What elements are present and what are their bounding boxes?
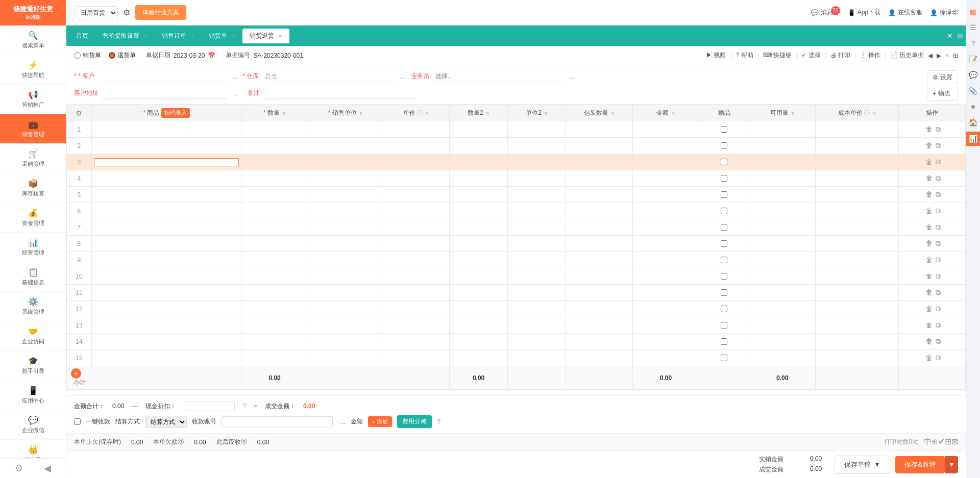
- row-pack-qty[interactable]: [566, 334, 632, 350]
- row-gift[interactable]: [699, 121, 749, 138]
- sidebar-item-shortcut[interactable]: ⚡快捷导航: [0, 55, 66, 85]
- right-panel-attach-icon[interactable]: 📎: [967, 84, 979, 97]
- sort-qty-icon[interactable]: ⇅: [282, 111, 286, 116]
- scan-btn[interactable]: 扫码录入: [161, 108, 190, 118]
- row-quantity[interactable]: [241, 350, 308, 366]
- row-product[interactable]: [91, 334, 241, 350]
- logistics-btn[interactable]: + 物流: [927, 87, 958, 100]
- payment-method-select[interactable]: 结算方式: [145, 416, 187, 428]
- row-price[interactable]: [383, 334, 449, 350]
- copy-row-btn[interactable]: ⧉: [936, 321, 941, 329]
- row-unit2[interactable]: [508, 317, 566, 334]
- delete-row-btn[interactable]: 🗑: [925, 354, 933, 362]
- row-price[interactable]: [383, 121, 449, 138]
- row-quantity[interactable]: [241, 317, 308, 334]
- customer-input[interactable]: [97, 70, 227, 82]
- gear-icon[interactable]: ⚙: [76, 109, 82, 117]
- fee-distribution-btn[interactable]: 费用分摊: [397, 415, 432, 428]
- row-cost-price[interactable]: [816, 219, 899, 236]
- row-available[interactable]: [749, 252, 815, 268]
- customer-dots[interactable]: ...: [232, 73, 237, 80]
- delete-row-btn[interactable]: 🗑: [925, 305, 933, 313]
- sort-unit-icon[interactable]: ⇅: [359, 111, 363, 116]
- row-price[interactable]: [383, 252, 449, 268]
- delete-row-btn[interactable]: 🗑: [925, 125, 933, 133]
- sidebar-item-enterprise[interactable]: 🤝企业协同: [0, 321, 66, 351]
- row-available[interactable]: [749, 203, 815, 219]
- row-cost-price[interactable]: [816, 285, 899, 301]
- row-gift[interactable]: [699, 252, 749, 268]
- row-gift[interactable]: [699, 203, 749, 219]
- row-price[interactable]: [383, 138, 449, 154]
- row-pack-qty[interactable]: [566, 219, 632, 236]
- row-quantity[interactable]: [241, 154, 308, 170]
- copy-row-btn[interactable]: ⧉: [936, 223, 941, 231]
- row-gift[interactable]: [699, 154, 749, 170]
- save-new-chevron[interactable]: ▼: [945, 456, 958, 473]
- row-unit[interactable]: [308, 203, 383, 219]
- sidebar-item-operations[interactable]: 📊经营管理: [0, 233, 66, 262]
- discount-input[interactable]: [184, 401, 235, 411]
- row-pack-qty[interactable]: [566, 285, 632, 301]
- row-quantity[interactable]: [241, 268, 308, 285]
- row-available[interactable]: [749, 301, 815, 317]
- row-amount[interactable]: [632, 138, 699, 154]
- draft-chevron-icon[interactable]: ▼: [874, 461, 880, 468]
- copy-row-btn[interactable]: ⧉: [936, 239, 941, 247]
- row-amount[interactable]: [632, 187, 699, 203]
- prev-icon[interactable]: ◀: [928, 52, 933, 59]
- gift-checkbox[interactable]: [721, 142, 727, 149]
- sidebar-item-system[interactable]: ⚙️系统管理: [0, 292, 66, 321]
- row-pack-qty[interactable]: [566, 301, 632, 317]
- row-unit[interactable]: [308, 317, 383, 334]
- row-available[interactable]: [749, 170, 815, 187]
- row-product[interactable]: [91, 236, 241, 252]
- gift-checkbox[interactable]: [721, 208, 727, 214]
- row-cost-price[interactable]: [816, 170, 899, 187]
- right-panel-note-icon[interactable]: 📝: [967, 53, 979, 66]
- row-pack-qty[interactable]: [566, 121, 632, 138]
- grid-view-icon[interactable]: ⊞: [953, 52, 958, 59]
- save-draft-btn[interactable]: 保存草稿 ▼: [835, 456, 890, 474]
- row-quantity[interactable]: [241, 219, 308, 236]
- row-qty2[interactable]: [450, 334, 508, 350]
- print-btn[interactable]: 🖨 打印: [830, 51, 850, 60]
- row-quantity[interactable]: [241, 285, 308, 301]
- product-input[interactable]: [94, 158, 239, 166]
- restore-icon[interactable]: ⊞: [957, 32, 963, 40]
- price-info-icon[interactable]: ⓘ: [417, 110, 423, 116]
- row-available[interactable]: [749, 121, 815, 138]
- row-quantity[interactable]: [241, 170, 308, 187]
- delete-row-btn[interactable]: 🗑: [925, 337, 933, 345]
- row-pack-qty[interactable]: [566, 236, 632, 252]
- row-unit2[interactable]: [508, 268, 566, 285]
- sidebar-item-marketing[interactable]: 📢营销推广: [0, 85, 66, 114]
- salesperson-dots[interactable]: ...: [569, 73, 574, 80]
- row-quantity[interactable]: [241, 203, 308, 219]
- row-price[interactable]: [383, 236, 449, 252]
- delete-row-btn[interactable]: 🗑: [925, 141, 933, 149]
- add-row-btn[interactable]: +: [71, 368, 81, 379]
- copy-row-btn[interactable]: ⧉: [936, 141, 941, 149]
- copy-row-btn[interactable]: ⧉: [936, 174, 941, 182]
- row-qty2[interactable]: [450, 187, 508, 203]
- row-qty2[interactable]: [450, 138, 508, 154]
- delete-row-btn[interactable]: 🗑: [925, 256, 933, 264]
- shortcut-btn[interactable]: ⌨ 快捷键: [763, 51, 792, 60]
- row-cost-price[interactable]: [816, 252, 899, 268]
- copy-row-btn[interactable]: ⧉: [936, 354, 941, 362]
- gift-checkbox[interactable]: [721, 126, 727, 133]
- row-amount[interactable]: [632, 334, 699, 350]
- next-icon[interactable]: ▶: [937, 52, 941, 59]
- right-panel-home-icon[interactable]: 🏠: [967, 116, 979, 129]
- row-unit[interactable]: [308, 219, 383, 236]
- sidebar-item-purchase[interactable]: 🛒采购管理: [0, 144, 66, 173]
- row-amount[interactable]: [632, 203, 699, 219]
- row-product[interactable]: [91, 285, 241, 301]
- account-input[interactable]: [222, 416, 333, 427]
- row-unit2[interactable]: [508, 236, 566, 252]
- right-panel-chat-icon[interactable]: 💬: [967, 68, 979, 82]
- help-icon-amount[interactable]: ?: [242, 402, 246, 410]
- row-pack-qty[interactable]: [566, 187, 632, 203]
- row-quantity[interactable]: [241, 138, 308, 154]
